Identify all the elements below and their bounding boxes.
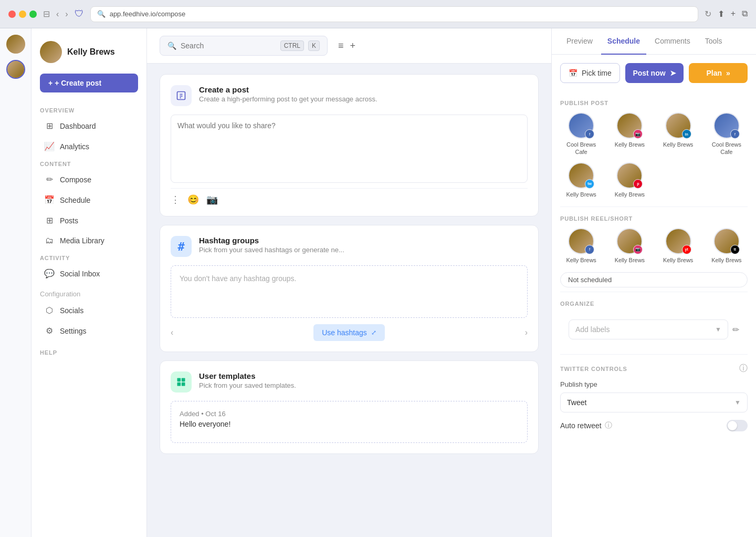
info-icon-retweet[interactable]: ⓘ — [605, 421, 612, 430]
sidebar-item-posts[interactable]: ⊞ Posts — [36, 211, 142, 230]
tab-schedule[interactable]: Schedule — [601, 28, 646, 55]
add-labels-input[interactable]: Add labels ▼ — [569, 319, 728, 339]
maximize-button[interactable] — [29, 11, 37, 18]
template-title: User templates — [199, 371, 296, 380]
reel-item-1: 📷 Kelly Brews — [608, 228, 650, 264]
post-textarea[interactable] — [177, 121, 521, 174]
pub-name-0: Cool BrewsCafe — [566, 141, 596, 156]
plan-button[interactable]: Plan » — [689, 63, 748, 83]
tab-preview[interactable]: Preview — [560, 28, 599, 55]
info-icon[interactable]: ⓘ — [739, 363, 748, 374]
sidebar-item-media-library[interactable]: 🗂 Media Library — [36, 231, 142, 250]
tab-tools[interactable]: Tools — [699, 28, 729, 55]
expand-icon: ⤢ — [371, 329, 376, 336]
add-icon[interactable]: + — [350, 40, 356, 51]
sidebar-item-social-inbox[interactable]: 💬 Social Inbox — [36, 264, 142, 283]
reel-avatar-0[interactable]: f — [568, 228, 594, 254]
user-avatar-main[interactable] — [6, 35, 25, 54]
template-card: User templates Pick from your saved temp… — [160, 360, 539, 454]
hashtag-title: Hashtag groups — [199, 236, 344, 245]
back-icon[interactable]: ‹ — [56, 9, 59, 19]
pub-avatar-5[interactable]: p — [616, 162, 643, 189]
forward-icon[interactable]: › — [65, 9, 68, 19]
share-icon[interactable]: ⬆ — [718, 9, 724, 19]
hashtag-prev-arrow[interactable]: ‹ — [171, 328, 173, 337]
pub-avatar-cafe-0[interactable]: f — [568, 112, 594, 139]
not-scheduled-text: Not scheduled — [568, 276, 612, 284]
tab-comments[interactable]: Comments — [648, 28, 697, 55]
pub-avatar-2[interactable]: in — [665, 112, 691, 139]
image-upload-icon[interactable]: 📷 — [206, 194, 218, 205]
edit-icon[interactable]: ✏ — [732, 325, 739, 335]
filter-icon[interactable]: ≡ — [338, 40, 344, 51]
windows-icon[interactable]: ⧉ — [742, 9, 748, 19]
minimize-button[interactable] — [19, 11, 26, 18]
sidebar-item-compose[interactable]: ✏ Compose — [36, 170, 142, 189]
user-avatar-secondary[interactable] — [6, 60, 25, 79]
main-content: 🔍 CTRL K ≡ + — [147, 28, 551, 537]
pub-avatar-cafe-3[interactable]: f — [713, 112, 740, 139]
pub-name-2: Kelly Brews — [663, 141, 693, 148]
reel-avatar-2[interactable]: yt — [665, 228, 691, 254]
sidebar-item-schedule[interactable]: 📅 Schedule — [36, 190, 142, 210]
pub-avatar-1[interactable]: 📷 — [616, 112, 643, 139]
reel-name-2: Kelly Brews — [663, 256, 693, 264]
use-hashtags-button[interactable]: Use hashtags ⤢ — [313, 324, 385, 341]
pub-badge-3: f — [730, 129, 740, 139]
twitter-controls-section: TWITTER CONTROLS ⓘ Publish type Tweet ▼ … — [552, 355, 756, 440]
chevron-down-icon: ▼ — [715, 326, 721, 333]
posts-icon: ⊞ — [44, 215, 55, 225]
pub-name-1: Kelly Brews — [615, 141, 645, 148]
template-content: Added • Oct 16 Hello everyone! — [171, 401, 528, 443]
pub-badge-5: p — [633, 179, 643, 189]
create-post-button[interactable]: + + Create post — [40, 74, 138, 92]
emoji-icon[interactable]: 😊 — [187, 194, 199, 205]
publish-item-5: p Kelly Brews — [608, 162, 650, 198]
content-section-label: CONTENT — [32, 157, 146, 169]
url-text: app.feedhive.io/compose — [110, 10, 186, 18]
traffic-lights — [8, 11, 37, 18]
svg-rect-5 — [182, 378, 185, 382]
reel-name-1: Kelly Brews — [615, 256, 645, 264]
close-button[interactable] — [8, 11, 16, 18]
top-toolbar: 🔍 CTRL K ≡ + — [147, 28, 551, 64]
pub-avatar-4[interactable]: tw — [568, 162, 594, 189]
reel-avatar-1[interactable]: 📷 — [616, 228, 643, 254]
publish-post-section: PUBLISH POST f Cool BrewsCafe 📷 Kelly Br… — [552, 91, 756, 206]
pick-time-button[interactable]: 📅 Pick time — [560, 63, 620, 83]
pub-badge-1: 📷 — [633, 129, 643, 139]
post-now-button[interactable]: Post now ➤ — [625, 63, 684, 83]
reel-badge-0: f — [585, 245, 594, 254]
search-box[interactable]: 🔍 CTRL K — [160, 36, 328, 56]
search-input[interactable] — [181, 42, 276, 50]
add-tab-icon[interactable]: + — [731, 9, 736, 19]
auto-retweet-label: Auto retweet ⓘ — [560, 421, 612, 430]
post-textarea-wrapper[interactable] — [171, 115, 528, 183]
reel-avatar-3[interactable]: tt — [713, 228, 740, 254]
sidebar-item-label-dashboard: Dashboard — [60, 122, 96, 130]
address-bar[interactable]: 🔍 app.feedhive.io/compose — [90, 6, 698, 22]
hashtag-card-header: # Hashtag groups Pick from your saved ha… — [171, 236, 528, 257]
post-actions: ⋮ 😊 📷 — [171, 188, 528, 205]
template-card-header: User templates Pick from your saved temp… — [171, 371, 528, 393]
search-icon: 🔍 — [167, 42, 176, 50]
sidebar-item-analytics[interactable]: 📈 Analytics — [36, 137, 142, 156]
create-post-subtitle: Create a high-performing post to get you… — [199, 95, 377, 103]
sidebar-item-dashboard[interactable]: ⊞ Dashboard — [36, 116, 142, 136]
sidebar-item-socials[interactable]: ⬡ Socials — [36, 301, 142, 320]
not-scheduled-badge[interactable]: Not scheduled — [560, 272, 748, 287]
overview-section-label: OVERVIEW — [32, 103, 146, 116]
hashtag-next-arrow[interactable]: › — [525, 328, 528, 337]
tweet-type-select[interactable]: Tweet ▼ — [560, 393, 748, 412]
sidebar-item-label-compose: Compose — [60, 175, 91, 184]
auto-retweet-toggle[interactable] — [727, 420, 748, 431]
more-options-icon[interactable]: ⋮ — [171, 194, 180, 205]
compose-icon: ✏ — [44, 174, 55, 184]
profile-name: Kelly Brews — [67, 47, 115, 57]
refresh-icon[interactable]: ↻ — [705, 9, 711, 19]
sidebar-item-settings[interactable]: ⚙ Settings — [36, 321, 142, 340]
sidebar-toggle-icon[interactable]: ⊟ — [43, 9, 50, 19]
browser-actions: ⬆ + ⧉ — [718, 9, 748, 19]
hashtag-empty-text: You don't have any hashtag groups. — [180, 274, 296, 283]
twitter-controls-label: TWITTER CONTROLS — [560, 366, 627, 372]
